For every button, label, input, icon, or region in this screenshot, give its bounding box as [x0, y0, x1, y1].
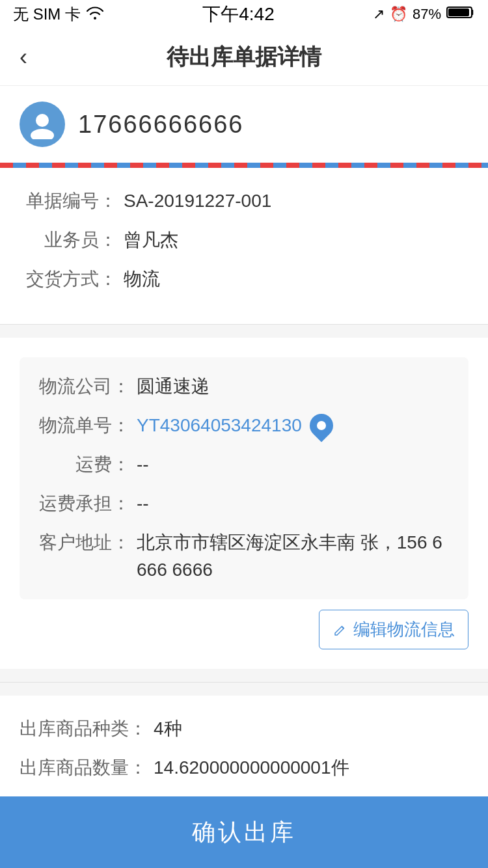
edit-icon: [332, 622, 348, 638]
order-no-value: SA-20191227-001: [124, 187, 462, 215]
logistics-company-label: 物流公司：: [39, 373, 130, 400]
status-left: 无 SIM 卡: [13, 4, 104, 25]
tracking-value: YT43064053424130: [137, 412, 302, 439]
status-time: 下午4:42: [202, 2, 275, 27]
page-title: 待出库单据详情: [167, 42, 321, 72]
svg-point-3: [31, 129, 54, 139]
freight-bear-row: 运费承担： --: [39, 490, 449, 517]
freight-bear-value: --: [137, 490, 449, 517]
goods-types-label: 出库商品种类：: [20, 715, 147, 742]
svg-rect-1: [448, 8, 469, 16]
freight-label: 运费：: [39, 451, 130, 478]
goods-quantity-value: 14.620000000000001件: [154, 754, 468, 781]
status-bar: 无 SIM 卡 下午4:42 ↗ ⏰ 87%: [0, 0, 488, 29]
main-content: 17666666666 单据编号： SA-20191227-001 业务员： 曾…: [0, 86, 488, 868]
order-info-section: 单据编号： SA-20191227-001 业务员： 曾凡杰 交货方式： 物流: [0, 168, 488, 324]
sales-person-value: 曾凡杰: [124, 226, 462, 254]
delivery-type-label: 交货方式：: [26, 265, 117, 293]
avatar: [20, 102, 65, 147]
wifi-icon: [86, 5, 104, 23]
customer-header: 17666666666: [0, 86, 488, 163]
address-label: 客户地址：: [39, 529, 130, 556]
sales-person-row: 业务员： 曾凡杰: [26, 226, 462, 254]
customer-phone: 17666666666: [78, 111, 243, 139]
freight-bear-label: 运费承担：: [39, 490, 130, 517]
location-icon: ↗: [373, 6, 385, 23]
logistics-company-value: 圆通速递: [137, 373, 449, 400]
status-right: ↗ ⏰ 87%: [373, 5, 475, 23]
section-divider-1: [0, 324, 488, 325]
tracking-row: 物流单号： YT43064053424130: [39, 412, 449, 439]
freight-row: 运费： --: [39, 451, 449, 478]
battery-text: 87%: [413, 6, 441, 23]
goods-types-row: 出库商品种类： 4种: [20, 715, 468, 742]
goods-types-value: 4种: [154, 715, 468, 742]
back-button[interactable]: ‹: [20, 44, 27, 71]
freight-value: --: [137, 451, 449, 478]
goods-quantity-row: 出库商品数量： 14.620000000000001件: [20, 754, 468, 781]
bottom-bar: 确认出库: [0, 796, 488, 868]
goods-quantity-label: 出库商品数量：: [20, 754, 147, 781]
confirm-outbound-button[interactable]: 确认出库: [192, 817, 296, 848]
order-no-label: 单据编号：: [26, 187, 117, 215]
tracking-value-container: YT43064053424130: [137, 412, 449, 439]
nav-bar: ‹ 待出库单据详情: [0, 29, 488, 86]
sales-person-label: 业务员：: [26, 226, 117, 254]
section-divider-2: [0, 682, 488, 683]
logistics-company-row: 物流公司： 圆通速递: [39, 373, 449, 400]
alarm-icon: ⏰: [390, 6, 407, 23]
location-pin-icon[interactable]: [305, 409, 338, 442]
delivery-type-row: 交货方式： 物流: [26, 265, 462, 293]
tracking-label: 物流单号：: [39, 412, 130, 439]
dashed-divider: [0, 163, 488, 168]
address-value: 北京市市辖区海淀区永丰南 张，156 6666 6666: [137, 529, 449, 584]
svg-point-2: [36, 114, 49, 127]
edit-logistics-button[interactable]: 编辑物流信息: [319, 610, 468, 649]
battery-icon: [446, 5, 475, 23]
address-row: 客户地址： 北京市市辖区海淀区永丰南 张，156 6666 6666: [39, 529, 449, 584]
delivery-type-value: 物流: [124, 265, 462, 293]
edit-logistics-label: 编辑物流信息: [353, 618, 455, 641]
carrier-text: 无 SIM 卡: [13, 4, 81, 25]
order-no-row: 单据编号： SA-20191227-001: [26, 187, 462, 215]
logistics-section: 物流公司： 圆通速递 物流单号： YT43064053424130 运费： --…: [0, 338, 488, 669]
logistics-card: 物流公司： 圆通速递 物流单号： YT43064053424130 运费： --…: [20, 357, 468, 599]
edit-btn-row: 编辑物流信息: [20, 599, 468, 649]
